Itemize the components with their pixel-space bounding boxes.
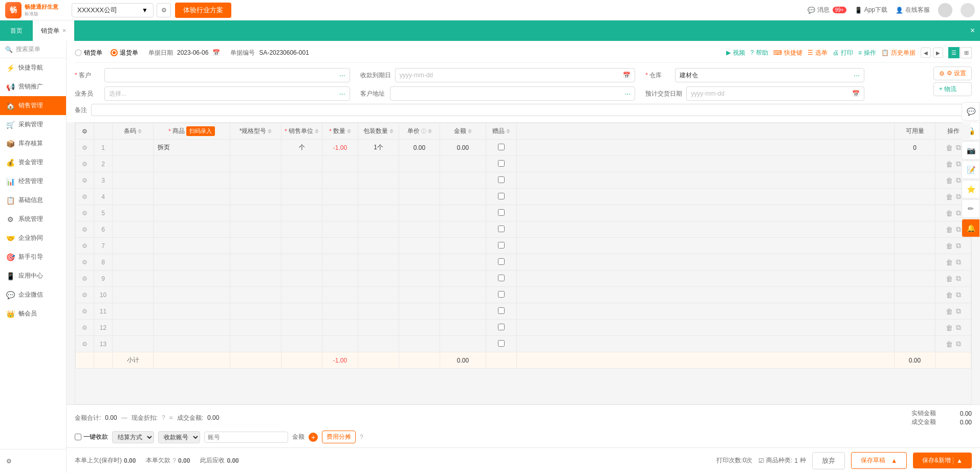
row-gift-5[interactable] — [486, 221, 517, 238]
row-qty-10[interactable] — [322, 303, 358, 320]
tab-bar-close-icon[interactable]: × — [970, 26, 975, 35]
sidebar-item-wechat[interactable]: 💬 企业微信 — [0, 285, 66, 304]
grid-view-button[interactable]: ⊞ — [961, 47, 972, 58]
abandon-button[interactable]: 放弃 — [812, 452, 845, 469]
sidebar-item-collaboration[interactable]: 🤝 企业协同 — [0, 229, 66, 247]
row-goods-7[interactable] — [154, 254, 230, 271]
price-sort[interactable] — [428, 129, 432, 133]
video-help-button[interactable]: ▶ 视频 — [726, 49, 745, 57]
row-pkg-0[interactable]: 1个 — [358, 140, 399, 156]
row-barcode-3[interactable] — [113, 189, 154, 205]
row-pkg-5[interactable] — [358, 221, 399, 238]
row-settings-0[interactable]: ⚙ — [76, 140, 94, 156]
add-payment-button[interactable]: + — [309, 433, 318, 442]
tab-sales-order[interactable]: 销货单 × — [33, 20, 74, 41]
operation-button[interactable]: ≡ 操作 — [858, 49, 876, 57]
row-qty-4[interactable] — [322, 205, 358, 221]
app-download-button[interactable]: 📱 App下载 — [855, 6, 887, 14]
row-amount-6[interactable] — [440, 238, 486, 254]
row-price-7[interactable] — [399, 254, 440, 271]
row-spec-0[interactable] — [230, 140, 281, 156]
row-spec-10[interactable] — [230, 303, 281, 320]
remarks-input[interactable] — [91, 104, 972, 116]
save-draft-button[interactable]: 保存草稿 ▲ — [851, 452, 907, 469]
row-amount-7[interactable] — [440, 254, 486, 271]
row-gift-0[interactable] — [486, 140, 517, 156]
row-amount-10[interactable] — [440, 303, 486, 320]
delete-icon[interactable]: 🗑 — [946, 193, 953, 201]
row-gift-12[interactable] — [486, 336, 517, 352]
row-unit-8[interactable] — [281, 271, 322, 287]
row-spec-2[interactable] — [230, 172, 281, 189]
row-qty-3[interactable] — [322, 189, 358, 205]
row-pkg-2[interactable] — [358, 172, 399, 189]
sidebar-item-guide[interactable]: 🎯 新手引导 — [0, 247, 66, 266]
customer-input[interactable]: ··· — [104, 68, 350, 82]
th-settings[interactable]: ⚙ — [76, 123, 94, 140]
row-gift-4[interactable] — [486, 205, 517, 221]
row-goods-9[interactable] — [154, 287, 230, 303]
row-amount-3[interactable] — [440, 189, 486, 205]
row-spec-1[interactable] — [230, 156, 281, 172]
row-amount-2[interactable] — [440, 172, 486, 189]
row-unit-12[interactable] — [281, 336, 322, 352]
row-settings-11[interactable]: ⚙ — [76, 320, 94, 336]
row-settings-7[interactable]: ⚙ — [76, 254, 94, 271]
row-spec-4[interactable] — [230, 205, 281, 221]
copy-icon[interactable]: ⧉ — [956, 241, 961, 250]
copy-icon[interactable]: ⧉ — [956, 192, 961, 201]
row-barcode-1[interactable] — [113, 156, 154, 172]
row-qty-0[interactable]: -1.00 — [322, 140, 358, 156]
row-spec-8[interactable] — [230, 271, 281, 287]
copy-icon[interactable]: ⧉ — [956, 274, 961, 283]
row-amount-12[interactable] — [440, 336, 486, 352]
row-unit-6[interactable] — [281, 238, 322, 254]
help-button[interactable]: ? 帮助 — [750, 49, 768, 57]
save-new-arrow[interactable]: ▲ — [953, 457, 963, 464]
next-arrow[interactable]: ▶ — [933, 48, 943, 58]
row-amount-1[interactable] — [440, 156, 486, 172]
row-goods-11[interactable] — [154, 320, 230, 336]
row-amount-11[interactable] — [440, 320, 486, 336]
row-spec-11[interactable] — [230, 320, 281, 336]
save-new-button[interactable]: 保存&新增 ▲ — [913, 453, 972, 468]
row-unit-1[interactable] — [281, 156, 322, 172]
row-barcode-2[interactable] — [113, 172, 154, 189]
online-service-button[interactable]: 👤 在线客服 — [896, 6, 930, 14]
sidebar-item-shortcut[interactable]: ⚡ 快捷导航 — [0, 58, 66, 77]
row-price-1[interactable] — [399, 156, 440, 172]
row-price-8[interactable] — [399, 271, 440, 287]
delete-icon[interactable]: 🗑 — [946, 275, 953, 283]
row-pkg-7[interactable] — [358, 254, 399, 271]
row-goods-6[interactable] — [154, 238, 230, 254]
price-info-icon[interactable]: ⓘ — [421, 128, 426, 135]
row-pkg-11[interactable] — [358, 320, 399, 336]
one-click-payment[interactable]: 一键收款 — [75, 433, 108, 441]
row-barcode-12[interactable] — [113, 336, 154, 352]
row-settings-8[interactable]: ⚙ — [76, 271, 94, 287]
row-barcode-0[interactable] — [113, 140, 154, 156]
copy-icon[interactable]: ⧉ — [956, 176, 961, 185]
row-settings-12[interactable]: ⚙ — [76, 336, 94, 352]
delete-icon[interactable]: 🗑 — [946, 307, 953, 316]
sidebar-item-app-center[interactable]: 📱 应用中心 — [0, 266, 66, 285]
form-settings-button[interactable]: ⚙ ⚙ 设置 — [933, 66, 972, 80]
row-barcode-8[interactable] — [113, 271, 154, 287]
row-pkg-4[interactable] — [358, 205, 399, 221]
row-gift-1[interactable] — [486, 156, 517, 172]
sidebar-item-operations[interactable]: 📊 经营管理 — [0, 172, 66, 191]
row-price-9[interactable] — [399, 287, 440, 303]
row-unit-11[interactable] — [281, 320, 322, 336]
row-spec-6[interactable] — [230, 238, 281, 254]
copy-icon[interactable]: ⧉ — [956, 160, 961, 168]
row-unit-2[interactable] — [281, 172, 322, 189]
sidebar-item-member[interactable]: 👑 畅会员 — [0, 304, 66, 323]
delete-icon[interactable]: 🗑 — [946, 176, 953, 185]
delete-icon[interactable]: 🗑 — [946, 324, 953, 332]
radio-return-order[interactable]: 退货单 — [111, 49, 138, 57]
row-settings-4[interactable]: ⚙ — [76, 205, 94, 221]
row-qty-7[interactable] — [322, 254, 358, 271]
salesperson-input[interactable]: 选择... ··· — [104, 86, 350, 101]
delete-icon[interactable]: 🗑 — [946, 226, 953, 234]
cash-discount-help[interactable]: ? — [162, 414, 165, 421]
